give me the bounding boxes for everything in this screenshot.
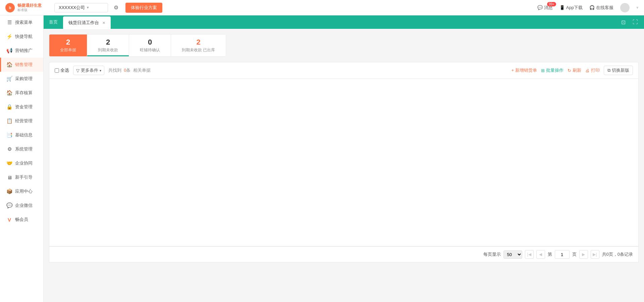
stats-tab-pending[interactable]: 0 旺辅待确认 <box>129 35 171 56</box>
logo-title: 畅捷通好生意 <box>17 3 42 8</box>
found-unit: 条 <box>126 68 130 73</box>
page-label: 第 <box>548 251 552 257</box>
filter-chevron-icon: ▾ <box>100 69 101 72</box>
sidebar-item-marketing[interactable]: 📢 营销推广 <box>0 44 43 58</box>
sidebar-item-cooperation[interactable]: 🤝 企业协同 <box>0 156 43 170</box>
svg-text:b: b <box>9 6 11 10</box>
batch-operation-button[interactable]: ⊞ 批量操作 <box>541 67 564 73</box>
sidebar-item-label-cooperation: 企业协同 <box>15 160 33 166</box>
stats-label-overdue: 到期未收款 <box>98 47 118 53</box>
sidebar-item-guide[interactable]: 🖥 新手引导 <box>0 170 43 184</box>
top-bar-right: 💬 消息 99+ 📱 App下载 🎧 在线客服 ▾ <box>537 3 639 12</box>
select-all-label: 全选 <box>60 67 69 73</box>
guide-icon: 🖥 <box>6 174 12 180</box>
filter-icon: ▽ <box>76 68 79 73</box>
quick-nav-icon: ⚡ <box>6 34 12 40</box>
tab-close-icon[interactable]: ✕ <box>102 21 105 25</box>
stats-tab-all[interactable]: 2 全部单据 <box>49 35 87 56</box>
sidebar-item-label-guide: 新手引导 <box>15 174 33 180</box>
sidebar-item-app-center[interactable]: 📦 应用中心 <box>0 184 43 198</box>
add-sales-order-button[interactable]: + 新增销货单 <box>512 67 537 73</box>
select-all-checkbox[interactable]: 全选 <box>55 67 69 73</box>
sidebar-item-label-system: 系统管理 <box>15 146 33 152</box>
sidebar-item-capital[interactable]: 🔒 资金管理 <box>0 100 43 114</box>
found-prefix: 共找到 <box>108 68 121 73</box>
found-suffix: 相关单据 <box>133 68 151 73</box>
print-label: 打印 <box>591 67 600 73</box>
company-selector[interactable]: XXXXXX公司 ▾ <box>54 3 108 12</box>
current-page-input[interactable] <box>555 250 570 259</box>
sidebar-item-sales[interactable]: 🏠 销售管理 <box>0 58 43 72</box>
stats-count-shipped: 2 <box>197 38 201 47</box>
select-all-input[interactable] <box>55 68 59 73</box>
sidebar-item-label-wechat: 企业微信 <box>15 202 33 208</box>
stats-tab-underline <box>87 55 129 56</box>
sidebar-item-operation[interactable]: 📋 经营管理 <box>0 114 43 128</box>
sidebar-item-purchase[interactable]: 🛒 采购管理 <box>0 72 43 86</box>
first-page-button[interactable]: |◀ <box>525 250 534 259</box>
tab-bar-actions: ⊡ ⛶ <box>619 17 644 27</box>
tab-cashflow[interactable]: 钱货日清工作台 ✕ <box>63 16 111 29</box>
next-page-button[interactable]: ▶ <box>579 250 588 259</box>
per-page-select[interactable]: 50 20 100 <box>503 250 522 259</box>
switch-label: 切换新版 <box>612 67 629 73</box>
sidebar-item-label-sales: 销售管理 <box>15 62 33 68</box>
sidebar-item-system[interactable]: ⚙ 系统管理 <box>0 142 43 156</box>
logo-text: 畅捷通好生意 标准版 <box>17 3 42 12</box>
sidebar-item-label-operation: 经营管理 <box>15 118 33 124</box>
stats-tabs: 2 全部单据 2 到期未收款 0 旺辅待确认 2 到期未收款 已出库 <box>49 34 226 57</box>
tab-home-label: 首页 <box>49 19 58 25</box>
sidebar-item-quick-nav[interactable]: ⚡ 快捷导航 <box>0 29 43 44</box>
found-text: 共找到 0条 相关单据 <box>108 67 151 73</box>
sidebar-item-inventory[interactable]: 🏠 库存核算 <box>0 86 43 100</box>
settings-icon[interactable]: ⚙ <box>111 2 121 13</box>
cooperation-icon: 🤝 <box>6 160 12 166</box>
sidebar-item-label-marketing: 营销推广 <box>15 48 33 54</box>
tab-home[interactable]: 首页 <box>44 15 63 29</box>
refresh-label: 刷新 <box>573 67 581 73</box>
last-page-button[interactable]: ▶| <box>591 250 599 259</box>
total-info: 共0页，0条记录 <box>602 251 633 257</box>
tab-minimize-icon[interactable]: ⊡ <box>619 17 628 27</box>
experience-button[interactable]: 体验行业方案 <box>125 3 162 13</box>
operation-icon: 📋 <box>6 118 12 124</box>
stats-tab-overdue[interactable]: 2 到期未收款 <box>87 35 129 56</box>
sidebar-item-wechat[interactable]: 💬 企业微信 <box>0 198 43 213</box>
prev-page-button[interactable]: ◀ <box>536 250 545 259</box>
tab-bar: 首页 钱货日清工作台 ✕ ⊡ ⛶ <box>44 15 644 29</box>
per-page-label: 每页显示 <box>483 251 501 257</box>
toolbar-right: + 新增销货单 ⊞ 批量操作 ↻ 刷新 🖨 打印 ⧉ 切换新版 <box>512 66 633 75</box>
user-name[interactable]: ▾ <box>636 5 639 10</box>
message-button[interactable]: 💬 消息 99+ <box>537 5 553 11</box>
online-service-button[interactable]: 🎧 在线客服 <box>589 5 613 11</box>
sidebar-item-search-menu[interactable]: ☰ 搜索菜单 <box>0 15 43 29</box>
headset-icon: 🎧 <box>589 5 595 10</box>
system-icon: ⚙ <box>6 146 12 152</box>
online-service-label: 在线客服 <box>596 5 613 11</box>
sidebar-item-vip[interactable]: V 畅会员 <box>0 213 43 227</box>
batch-label: 批量操作 <box>546 67 564 73</box>
logo: b 畅捷通好生意 标准版 <box>5 3 49 12</box>
app-download-label: App下载 <box>566 5 583 11</box>
marketing-icon: 📢 <box>6 48 12 54</box>
filter-button[interactable]: ▽ 更多条件 ▾ <box>73 66 104 75</box>
avatar[interactable] <box>620 3 630 12</box>
sidebar-item-basic-info[interactable]: 📑 基础信息 <box>0 128 43 142</box>
sidebar-item-label-search-menu: 搜索菜单 <box>15 19 33 25</box>
print-button[interactable]: 🖨 打印 <box>585 67 600 73</box>
refresh-button[interactable]: ↻ 刷新 <box>568 67 581 73</box>
tab-maximize-icon[interactable]: ⛶ <box>631 17 640 27</box>
sidebar-item-label-quick-nav: 快捷导航 <box>15 34 33 40</box>
message-badge: 99+ <box>547 2 556 6</box>
sidebar-item-label-capital: 资金管理 <box>15 104 33 110</box>
app-center-icon: 📦 <box>6 188 12 194</box>
capital-icon: 🔒 <box>6 104 12 110</box>
sidebar-item-label-vip: 畅会员 <box>15 217 28 223</box>
page-suffix: 页 <box>572 251 577 257</box>
app-download-button[interactable]: 📱 App下载 <box>559 5 583 11</box>
stats-count-overdue: 2 <box>106 38 110 47</box>
toolbar-left: 全选 ▽ 更多条件 ▾ 共找到 0条 相关单据 <box>55 66 507 75</box>
switch-version-button[interactable]: ⧉ 切换新版 <box>604 66 633 75</box>
stats-tab-shipped[interactable]: 2 到期未收款 已出库 <box>171 35 226 56</box>
tab-cashflow-label: 钱货日清工作台 <box>68 20 99 26</box>
